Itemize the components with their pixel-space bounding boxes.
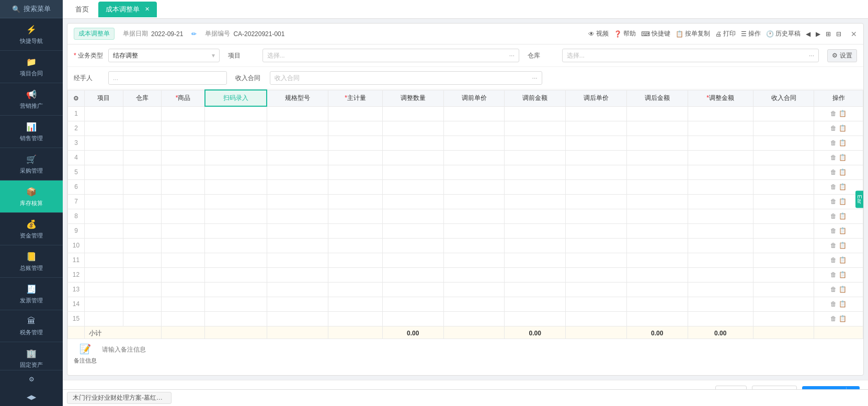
table-cell[interactable]: [753, 179, 814, 194]
table-cell[interactable]: [328, 238, 383, 253]
table-cell[interactable]: [267, 311, 328, 326]
table-cell[interactable]: [505, 194, 566, 209]
table-cell[interactable]: [505, 223, 566, 238]
tab-cost-adjust[interactable]: 成本调整单 ✕: [98, 2, 157, 17]
table-cell[interactable]: [505, 179, 566, 194]
table-cell[interactable]: [328, 106, 383, 121]
copy-row-icon[interactable]: 📋: [839, 212, 847, 220]
table-cell[interactable]: [162, 311, 205, 326]
table-cell[interactable]: [205, 136, 267, 150]
table-cell[interactable]: [443, 121, 505, 136]
view-grid-btn[interactable]: ⊞: [826, 30, 831, 38]
copy-row-icon[interactable]: 📋: [839, 125, 847, 132]
copy-row-icon[interactable]: 📋: [839, 300, 847, 308]
sidebar-settings-btn[interactable]: ⚙: [0, 370, 63, 388]
table-cell[interactable]: [267, 238, 328, 253]
table-cell[interactable]: [162, 194, 205, 209]
action-copy-order-btn[interactable]: 📋 按单复制: [676, 29, 710, 38]
table-cell[interactable]: [85, 238, 123, 253]
table-cell[interactable]: [205, 121, 267, 136]
copy-row-icon[interactable]: 📋: [839, 168, 847, 176]
table-cell[interactable]: [626, 223, 688, 238]
table-cell[interactable]: [328, 209, 383, 223]
table-cell[interactable]: [566, 136, 627, 150]
table-cell[interactable]: [443, 238, 505, 253]
table-cell[interactable]: [328, 121, 383, 136]
notes-input[interactable]: [102, 343, 857, 360]
table-cell[interactable]: [566, 223, 627, 238]
table-cell[interactable]: [382, 209, 443, 223]
table-cell[interactable]: [267, 165, 328, 179]
table-cell[interactable]: [123, 136, 162, 150]
table-cell[interactable]: [162, 282, 205, 297]
table-cell[interactable]: [123, 267, 162, 282]
table-cell[interactable]: [382, 150, 443, 165]
view-split-btn[interactable]: ⊟: [836, 30, 841, 38]
table-cell[interactable]: [382, 165, 443, 179]
copy-row-icon[interactable]: 📋: [839, 315, 847, 322]
table-cell[interactable]: [566, 150, 627, 165]
table-cell[interactable]: [753, 209, 814, 223]
table-cell[interactable]: [267, 136, 328, 150]
table-cell[interactable]: [328, 267, 383, 282]
table-cell[interactable]: [123, 194, 162, 209]
table-cell[interactable]: [626, 253, 688, 267]
copy-row-icon[interactable]: 📋: [839, 271, 847, 278]
table-cell[interactable]: [688, 267, 753, 282]
table-cell[interactable]: [443, 267, 505, 282]
copy-row-icon[interactable]: 📋: [839, 110, 847, 117]
table-cell[interactable]: [328, 297, 383, 311]
table-cell[interactable]: [626, 150, 688, 165]
table-cell[interactable]: [505, 121, 566, 136]
nav-prev-btn[interactable]: ◀: [806, 30, 810, 38]
table-cell[interactable]: [753, 136, 814, 150]
table-cell[interactable]: [382, 253, 443, 267]
tab-home[interactable]: 首页: [68, 2, 96, 17]
table-cell[interactable]: [162, 165, 205, 179]
table-cell[interactable]: [443, 165, 505, 179]
table-cell[interactable]: [382, 297, 443, 311]
delete-row-icon[interactable]: 🗑: [830, 183, 837, 190]
table-cell[interactable]: [85, 267, 123, 282]
delete-row-icon[interactable]: 🗑: [830, 242, 837, 249]
table-cell[interactable]: [688, 253, 753, 267]
table-cell[interactable]: [328, 150, 383, 165]
project-input[interactable]: 选择... ···: [262, 49, 519, 62]
table-cell[interactable]: [205, 238, 267, 253]
table-cell[interactable]: [328, 179, 383, 194]
table-cell[interactable]: [626, 121, 688, 136]
table-cell[interactable]: [505, 165, 566, 179]
table-cell[interactable]: [205, 253, 267, 267]
delete-row-icon[interactable]: 🗑: [830, 139, 837, 146]
table-cell[interactable]: [688, 282, 753, 297]
table-cell[interactable]: [162, 267, 205, 282]
table-cell[interactable]: [626, 179, 688, 194]
delete-row-icon[interactable]: 🗑: [830, 286, 837, 293]
delete-row-icon[interactable]: 🗑: [830, 154, 837, 161]
table-cell[interactable]: [85, 282, 123, 297]
delete-row-icon[interactable]: 🗑: [830, 300, 837, 308]
sidebar-item-fixed-assets[interactable]: 🏢 固定资产: [0, 342, 63, 370]
table-cell[interactable]: [162, 106, 205, 121]
table-cell[interactable]: [443, 209, 505, 223]
table-cell[interactable]: [162, 238, 205, 253]
table-cell[interactable]: [205, 223, 267, 238]
action-view-btn[interactable]: 👁 视频: [588, 29, 609, 38]
table-cell[interactable]: [382, 136, 443, 150]
delete-row-icon[interactable]: 🗑: [830, 125, 837, 132]
copy-row-icon[interactable]: 📋: [839, 198, 847, 205]
table-cell[interactable]: [162, 179, 205, 194]
table-cell[interactable]: [566, 267, 627, 282]
table-cell[interactable]: [205, 311, 267, 326]
table-cell[interactable]: [85, 223, 123, 238]
table-cell[interactable]: [566, 253, 627, 267]
table-cell[interactable]: [162, 136, 205, 150]
right-edge-tab[interactable]: Ear: [855, 190, 864, 208]
table-cell[interactable]: [267, 297, 328, 311]
copy-row-icon[interactable]: 📋: [839, 139, 847, 146]
table-cell[interactable]: [123, 238, 162, 253]
table-cell[interactable]: [382, 282, 443, 297]
table-cell[interactable]: [443, 311, 505, 326]
delete-row-icon[interactable]: 🗑: [830, 168, 837, 176]
table-cell[interactable]: [205, 106, 267, 121]
